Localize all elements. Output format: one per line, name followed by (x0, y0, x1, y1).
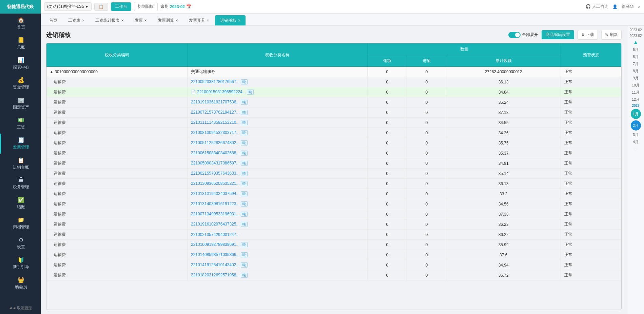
table-row[interactable]: 运输费 22100215570357643633... 吨 0 0 35.14 … (47, 169, 621, 179)
table-row[interactable]: 运输费 22100615083403402688... 吨 0 0 35.37 … (47, 148, 621, 158)
month-2-active[interactable]: 2月 (631, 120, 641, 131)
company-selector[interactable]: (勿动) 江西报宝-LSS ▾ (44, 2, 92, 11)
month-1[interactable]: 1月 (631, 109, 641, 119)
sidebar-item-capital[interactable]: 💰 资金管理 (0, 74, 41, 94)
table-row[interactable]: 运输费 22101419125410143402... 吨 0 0 34.94 … (47, 260, 621, 270)
sidebar-item-guide[interactable]: 🔰 新手引导 (0, 253, 41, 273)
refresh-button[interactable]: ↻ 刷新 (601, 30, 622, 40)
unit-tag: 吨 (241, 181, 248, 186)
cell-status: 正常 (561, 138, 621, 148)
sidebar-item-vip[interactable]: 👑 畅会员 (0, 273, 41, 293)
sidebar-item-label: 设置 (17, 244, 25, 250)
cell-tax-code: 运输费 (47, 219, 188, 230)
sidebar-item-home[interactable]: 🏠 首页 (0, 14, 41, 34)
close-button[interactable]: × (638, 4, 641, 9)
sidebar-item-settle[interactable]: ✅ 结账 (0, 193, 41, 213)
table-row[interactable]: 运输费 22101820212692571958... 吨 0 0 36.72 … (47, 270, 621, 280)
tab-close-icon[interactable]: ✕ (175, 19, 178, 22)
month-3[interactable]: 3月 (628, 131, 643, 138)
cell-tax-code: 运输费 (47, 158, 188, 169)
table-row[interactable]: 运输费 22101310194324037594... 吨 0 0 33.2 正… (47, 189, 621, 199)
sidebar-item-salary[interactable]: 💵 工资 (0, 114, 41, 134)
tab-salary-report[interactable]: 工资统计报表 ✕ (90, 15, 129, 25)
month-12[interactable]: 12月 (628, 96, 643, 103)
month-10[interactable]: 10月 (628, 82, 643, 89)
month-6[interactable]: 6月 (628, 53, 643, 60)
month-8[interactable]: 8月 (628, 67, 643, 75)
user-service-link[interactable]: 🎧 人工咨询 (586, 4, 608, 9)
table-row[interactable]: ▲ 3010000000000000000 交通运输服务 0 0 27262.4… (47, 67, 621, 77)
sidebar-item-purchase[interactable]: 📋 进销台账 (0, 154, 41, 174)
unit-tag: 吨 (241, 201, 248, 207)
settings-button[interactable]: 商品编码设置 (542, 30, 574, 39)
month-7[interactable]: 7月 (628, 60, 643, 67)
tab-close-icon[interactable]: ✕ (238, 19, 240, 22)
tab-home[interactable]: 首页 (44, 15, 62, 25)
month-9[interactable]: 9月 (628, 75, 643, 82)
tab-purchase-check[interactable]: 进销稽核 ✕ (215, 15, 246, 25)
tab-invoice-issue[interactable]: 发票开具 ✕ (184, 15, 214, 25)
col-header-cumulative: 累计数额 (446, 55, 561, 67)
cell-sale: 0 (368, 128, 407, 138)
cell-purchase: 0 (407, 87, 446, 97)
table-row[interactable]: 运输费 22101916102976437325... 吨 0 0 36.23 … (47, 219, 621, 230)
cell-status: 正常 (561, 250, 621, 260)
pin-icon: ◄◄ (9, 306, 16, 310)
sidebar-item-invoice[interactable]: 🧾 发票管理 (0, 134, 41, 154)
table-row[interactable]: 运输费 22100511252826674802... 吨 0 0 35.75 … (47, 138, 621, 148)
toggle-expand[interactable]: 全部展开 (508, 32, 538, 38)
workspace-button[interactable]: 工作台 (111, 2, 131, 11)
sidebar-item-report[interactable]: 📊 报表中心 (0, 54, 41, 74)
tab-close-icon[interactable]: ✕ (144, 19, 147, 22)
copy-button[interactable]: 📋 (94, 3, 108, 11)
sidebar-item-label: 资金管理 (13, 84, 29, 90)
up-arrow[interactable]: ▲ (632, 39, 639, 46)
sidebar-unpin[interactable]: ◄◄ 取消固定 (0, 302, 41, 314)
sidebar-item-assets[interactable]: 🏢 固定资产 (0, 94, 41, 114)
cell-purchase: 0 (407, 179, 446, 189)
table-row[interactable]: 运输费 22100213574294001247... 0 0 36.22 正常 (47, 230, 621, 240)
user-avatar[interactable]: 👤 (612, 4, 618, 9)
tab-invoice-calc[interactable]: 发票测算 ✕ (153, 15, 183, 25)
table-row[interactable]: 运输费 22100721573762194127... 吨 0 0 37.18 … (47, 107, 621, 118)
sidebar-item-ledger[interactable]: 📒 总账 (0, 34, 41, 54)
sidebar-item-tax[interactable]: 🏛 税务管理 (0, 174, 41, 193)
table-row[interactable]: 运输费 22101408593571035366... 吨 0 0 37.6 正… (47, 250, 621, 260)
cell-cumulative: 34.55 (446, 118, 561, 128)
toggle-switch[interactable] (508, 32, 521, 38)
table-row[interactable]: 运输费 22101314030816191223... 吨 0 0 34.56 … (47, 199, 621, 209)
table-row[interactable]: 运输费 22100509034317086587... 吨 0 0 34.91 … (47, 158, 621, 169)
table-row[interactable]: 运输费 22100713490523196931... 吨 0 0 37.38 … (47, 209, 621, 219)
table-row[interactable]: 运输费 22101111143592152210... 吨 0 0 34.55 … (47, 118, 621, 128)
table-row[interactable]: 运输费 22100523381780176567... 吨 0 0 36.13 … (47, 77, 621, 87)
table-row[interactable]: 运输费 22101009192789838691... 吨 0 0 35.99 … (47, 240, 621, 250)
cell-status: 正常 (561, 219, 621, 230)
tab-invoice[interactable]: 发票 ✕ (130, 15, 152, 25)
tab-close-icon[interactable]: ✕ (207, 19, 209, 22)
calendar-icon[interactable]: 📅 (186, 4, 191, 9)
download-button[interactable]: ⬇ 下载 (578, 30, 598, 40)
table-row[interactable]: 运输费 22101910361921707536... 吨 0 0 35.24 … (47, 97, 621, 107)
tab-close-icon[interactable]: ✕ (82, 19, 84, 22)
sidebar-item-archive[interactable]: 📁 归档管理 (0, 213, 41, 233)
capital-icon: 💰 (18, 77, 24, 83)
month-11[interactable]: 11月 (628, 89, 643, 96)
month-4[interactable]: 4月 (628, 138, 643, 145)
cell-invoice-no: 22101310194324037594... 吨 (187, 189, 367, 199)
switch-old-button[interactable]: 切到旧版 (134, 2, 158, 11)
sidebar-item-settings[interactable]: ⚙ 设置 (0, 233, 41, 253)
tab-close-icon[interactable]: ✕ (121, 19, 124, 22)
cell-purchase: 0 (407, 219, 446, 230)
month-5[interactable]: 5月 (628, 46, 643, 53)
table-row[interactable]: 运输费 22101309365208535221... 吨 0 0 36.13 … (47, 179, 621, 189)
archive-icon: 📁 (18, 217, 24, 223)
cell-tax-code: 运输费 (47, 199, 188, 209)
table-row[interactable]: 运输费 22100810094532303717... 吨 0 0 34.26 … (47, 128, 621, 138)
cell-invoice-no: 22100511252826674802... 吨 (187, 138, 367, 148)
cell-purchase: 0 (407, 250, 446, 260)
cell-cumulative: 36.23 (446, 219, 561, 230)
unit-tag: 吨 (241, 262, 248, 268)
table-row[interactable]: 运输费 📄 22100915031396592224... 吨 0 0 34.8… (47, 87, 621, 97)
tab-salary[interactable]: 工资表 ✕ (63, 15, 90, 25)
cell-sale: 0 (368, 97, 407, 107)
